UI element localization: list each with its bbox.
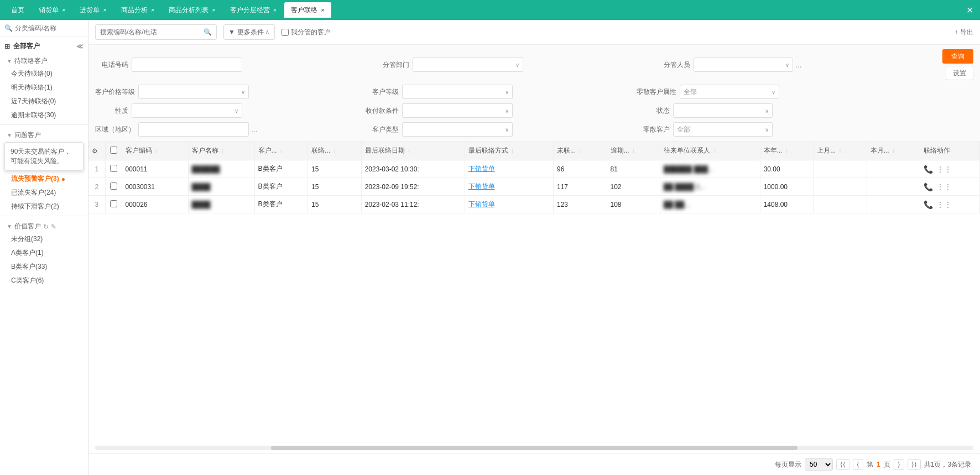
tab-product-list[interactable]: 商品分析列表 ×: [162, 2, 222, 18]
sidebar-item-c-class[interactable]: C类客户(6): [0, 274, 88, 288]
cell-name: ██████: [188, 160, 254, 178]
sort-last-month-icon[interactable]: ↕: [839, 148, 842, 154]
sort-last-date-icon[interactable]: ↕: [408, 148, 410, 154]
prev-page-btn[interactable]: ⟨: [853, 459, 863, 470]
last-page-btn[interactable]: ⟩⟩: [908, 459, 921, 470]
th-settings[interactable]: ⚙: [88, 142, 105, 160]
more-conditions-btn[interactable]: ▼ 更多条件 ∧: [223, 24, 275, 40]
sidebar-all-customers-label: 全部客户: [13, 41, 40, 51]
cell-last-date: 2023-03-02 10:30:: [361, 160, 465, 178]
sidebar-item-ungrouped[interactable]: 未分组(32): [0, 232, 88, 246]
window-close-button[interactable]: ✕: [964, 3, 976, 18]
tab-product-analysis-close[interactable]: ×: [151, 7, 154, 13]
sort-this-month-icon[interactable]: ↕: [892, 148, 895, 154]
divider-1: [0, 124, 88, 125]
first-page-btn[interactable]: ⟨⟨: [836, 459, 849, 470]
row-checkbox[interactable]: [110, 182, 117, 190]
sidebar-item-churn-warn[interactable]: 流失预警客户(3) ●: [0, 172, 88, 186]
cell-last-month: [814, 160, 867, 178]
sort-contact-icon[interactable]: ↕: [333, 148, 336, 154]
tab-customer-contact[interactable]: 客户联络 ×: [284, 2, 331, 18]
action-contact-icon[interactable]: 📞: [924, 182, 933, 191]
region-dots[interactable]: ...: [251, 125, 258, 134]
cell-checkbox[interactable]: [105, 160, 122, 178]
tab-purchase-close[interactable]: ×: [103, 7, 106, 13]
row-checkbox[interactable]: [110, 165, 117, 172]
action-more-icon[interactable]: ⋮⋮: [936, 165, 952, 174]
price-level-select[interactable]: ∨: [138, 85, 249, 99]
sidebar-item-tomorrow[interactable]: 明天待联络(1): [0, 81, 88, 95]
sidebar-item-7days[interactable]: 近7天待联络(0): [0, 95, 88, 108]
action-contact-icon[interactable]: 📞: [924, 165, 933, 174]
sidebar-group-value[interactable]: ▼ 价值客户 ↻ ✎: [0, 218, 88, 232]
tab-customer-tier-close[interactable]: ×: [273, 7, 277, 13]
cell-last-method[interactable]: 下销货单: [465, 160, 553, 178]
gender-select[interactable]: ∨: [132, 103, 242, 118]
search-submit-icon[interactable]: 🔍: [204, 28, 212, 36]
edit-value-icon[interactable]: ✎: [51, 223, 56, 231]
export-btn[interactable]: ↑ 导出: [955, 28, 973, 37]
action-more-icon[interactable]: ⋮⋮: [936, 182, 952, 191]
sidebar-item-declining[interactable]: 持续下滑客户(2): [0, 200, 88, 213]
zero-cust-select[interactable]: 全部 ∨: [673, 122, 773, 137]
next-page-btn[interactable]: ⟩: [894, 459, 904, 470]
dept-select[interactable]: ∨: [413, 58, 523, 72]
th-checkbox[interactable]: [105, 142, 122, 160]
price-level-label: 客户价格等级: [95, 87, 135, 97]
sort-name-icon[interactable]: ↕: [221, 148, 224, 154]
cell-last-method[interactable]: 下销货单: [465, 178, 553, 196]
tab-customer-tier[interactable]: 客户分层经营 ×: [223, 2, 283, 18]
row-checkbox[interactable]: [110, 200, 117, 207]
region-select[interactable]: [138, 122, 249, 137]
sidebar-all-customers[interactable]: ⊞ 全部客户 ≪: [0, 37, 88, 53]
tab-purchase[interactable]: 进货单 ×: [73, 2, 113, 18]
tab-product-list-close[interactable]: ×: [212, 7, 215, 13]
cell-checkbox[interactable]: [105, 196, 122, 213]
query-button[interactable]: 查询: [942, 49, 973, 64]
sort-unit-contact-icon[interactable]: ↕: [713, 148, 716, 154]
search-input[interactable]: [100, 28, 201, 36]
sidebar-group-problem[interactable]: ▼ 问题客户: [0, 127, 88, 141]
cust-level-select[interactable]: ∨: [402, 85, 513, 99]
action-more-icon[interactable]: ⋮⋮: [936, 200, 952, 209]
tab-product-analysis[interactable]: 商品分析 ×: [114, 2, 161, 18]
tab-home[interactable]: 首页: [4, 2, 31, 18]
sidebar-item-today[interactable]: 今天待联络(0): [0, 67, 88, 81]
person-select[interactable]: ∨: [694, 58, 793, 72]
sidebar-item-overdue[interactable]: 逾期未联络(30): [0, 108, 88, 122]
status-select[interactable]: ∨: [673, 103, 773, 118]
tab-customer-contact-close[interactable]: ×: [321, 7, 324, 13]
cust-type-select[interactable]: ∨: [402, 122, 513, 137]
per-page-select[interactable]: 50 100 200: [805, 458, 833, 471]
cell-this-year: 1408.00: [760, 196, 814, 213]
cell-overdue: 102: [607, 178, 660, 196]
horizontal-scroll-bar[interactable]: [88, 442, 980, 453]
payment-select[interactable]: ∨: [402, 103, 513, 118]
person-dots[interactable]: ...: [795, 60, 802, 69]
refresh-icon[interactable]: ↻: [43, 223, 49, 231]
cell-last-method[interactable]: 下销货单: [465, 196, 553, 213]
sidebar-item-b-class[interactable]: B类客户(33): [0, 260, 88, 274]
sidebar-group-pending[interactable]: ▼ 待联络客户: [0, 53, 88, 67]
sidebar-item-a-class[interactable]: A类客户(1): [0, 246, 88, 260]
setting-button[interactable]: 设置: [946, 66, 973, 80]
my-customer-checkbox[interactable]: [282, 29, 289, 36]
sort-type-icon[interactable]: ↕: [280, 148, 283, 154]
th-last-method: 最后联络方式 ↕: [465, 142, 553, 160]
zero-attr-select[interactable]: 全部 ∨: [680, 85, 779, 99]
table-header-row: ⚙ 客户编码 ↕ 客户名称 ↕ 客户...: [88, 142, 980, 160]
phone-input[interactable]: [132, 58, 242, 72]
tab-sales[interactable]: 销货单 ×: [32, 2, 72, 18]
sidebar-item-churned[interactable]: 已流失客户(24): [0, 186, 88, 200]
sort-code-icon[interactable]: ↕: [155, 148, 158, 154]
select-all-checkbox[interactable]: [110, 147, 117, 154]
action-contact-icon[interactable]: 📞: [924, 200, 933, 209]
sort-this-year-icon[interactable]: ↕: [785, 148, 788, 154]
filter-status: 状态 ∨: [637, 103, 900, 118]
tab-sales-close[interactable]: ×: [62, 7, 65, 13]
sort-uncontact-icon[interactable]: ↕: [578, 148, 581, 154]
sidebar-search-input[interactable]: [15, 24, 88, 32]
cell-checkbox[interactable]: [105, 178, 122, 196]
sort-last-method-icon[interactable]: ↕: [511, 148, 514, 154]
sort-overdue-icon[interactable]: ↕: [632, 148, 635, 154]
